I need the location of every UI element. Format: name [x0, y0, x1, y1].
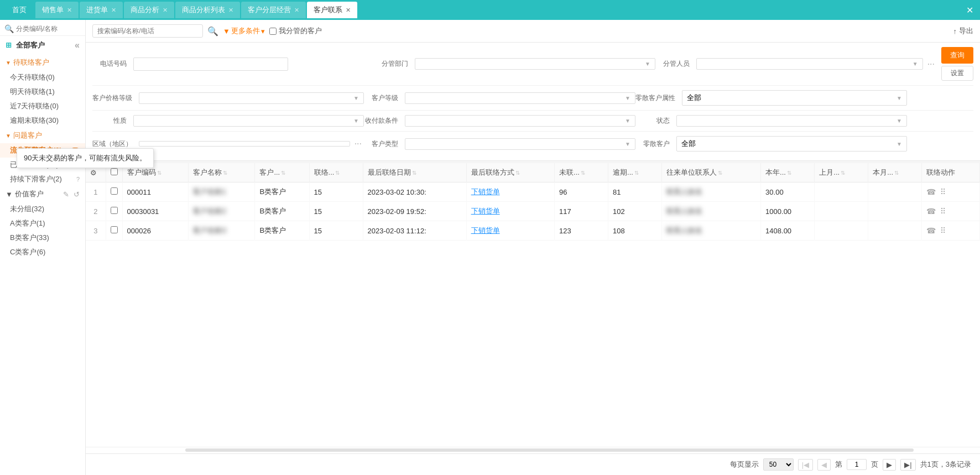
- sort-last-date[interactable]: ⇅: [412, 170, 416, 176]
- tab-sales[interactable]: 销售单 ✕: [35, 2, 79, 18]
- row-last-method-1[interactable]: 下销货单: [466, 202, 554, 221]
- person-select[interactable]: ▼: [696, 58, 923, 70]
- customer-level-select[interactable]: ▼: [405, 92, 635, 104]
- sort-not-contacted[interactable]: ⇅: [581, 170, 585, 176]
- page-first-btn[interactable]: |◀: [798, 459, 813, 471]
- row-last-method-2[interactable]: 下销货单: [466, 221, 554, 241]
- col-this-year[interactable]: 本年...⇅: [761, 163, 815, 182]
- tab-product-analysis[interactable]: 商品分析 ✕: [124, 2, 174, 18]
- horizontal-scrollbar[interactable]: [86, 447, 980, 453]
- sidebar-group-problem[interactable]: ▼ 问题客户: [0, 128, 85, 143]
- page-input[interactable]: [847, 459, 867, 470]
- col-company-contact[interactable]: 往来单位联系人⇅: [661, 163, 760, 182]
- row-checkbox-2[interactable]: [106, 221, 122, 241]
- status-select[interactable]: ▼: [676, 115, 907, 127]
- sort-code[interactable]: ⇅: [157, 170, 161, 176]
- sort-name[interactable]: ⇅: [223, 170, 227, 176]
- person-more-dots[interactable]: ···: [925, 59, 937, 69]
- tab-close-customer-layering[interactable]: ✕: [294, 7, 299, 14]
- search-input[interactable]: [92, 24, 203, 38]
- tab-close-purchase[interactable]: ✕: [111, 7, 116, 14]
- value-group-edit-icon[interactable]: ✎: [63, 190, 69, 199]
- sidebar-all-customers[interactable]: ⊞ 全部客户 «: [0, 36, 85, 55]
- value-group-refresh-icon[interactable]: ↺: [74, 190, 80, 199]
- tab-customer-layering[interactable]: 客户分层经营 ✕: [241, 2, 306, 18]
- sidebar-collapse-btn[interactable]: «: [75, 40, 80, 50]
- sidebar-item-declining[interactable]: 持续下滑客户(2) ?: [0, 172, 85, 186]
- sort-this-year[interactable]: ⇅: [787, 170, 791, 176]
- price-level-select[interactable]: ▼: [139, 92, 364, 104]
- sidebar-item-ungrouped[interactable]: 未分组(32): [0, 202, 85, 216]
- col-contact[interactable]: 联络...⇅: [309, 163, 363, 182]
- row-company-contact-1: 联系人姓名: [661, 202, 760, 221]
- col-type[interactable]: 客户...⇅: [255, 163, 309, 182]
- sidebar-item-tomorrow[interactable]: 明天待联络(1): [0, 85, 85, 99]
- search-button[interactable]: 🔍: [207, 26, 218, 36]
- tab-customer-contact[interactable]: 客户联系 ✕: [307, 2, 357, 18]
- action-contact-icon-1[interactable]: ☎: [926, 207, 936, 216]
- scrollbar-thumb[interactable]: [185, 448, 914, 452]
- select-all-checkbox[interactable]: [111, 168, 118, 175]
- tab-close-customer-contact[interactable]: ✕: [346, 7, 351, 14]
- sidebar-item-today[interactable]: 今天待联络(0): [0, 70, 85, 85]
- region-more-dots[interactable]: ···: [352, 139, 364, 149]
- tab-purchase[interactable]: 进货单 ✕: [80, 2, 123, 18]
- tab-close-product-analysis-list[interactable]: ✕: [228, 7, 233, 14]
- sort-contact[interactable]: ⇅: [335, 170, 340, 176]
- sort-type[interactable]: ⇅: [281, 170, 285, 176]
- more-conditions-button[interactable]: ▼ 更多条件 ▾: [223, 26, 265, 36]
- action-more-icon-0[interactable]: ⠿: [940, 187, 946, 196]
- sort-overdue[interactable]: ⇅: [634, 170, 639, 176]
- row-last-method-0[interactable]: 下销货单: [466, 182, 554, 202]
- page-next-btn[interactable]: ▶: [883, 459, 896, 471]
- payment-select[interactable]: ▼: [405, 115, 635, 127]
- window-close-btn[interactable]: ✕: [966, 5, 973, 15]
- sidebar-search-input[interactable]: [16, 25, 81, 33]
- row-action-0: ☎ ⠿: [922, 182, 980, 202]
- sort-last-month[interactable]: ⇅: [841, 170, 845, 176]
- col-name[interactable]: 客户名称⇅: [189, 163, 255, 182]
- my-customers-checkbox[interactable]: [269, 28, 277, 35]
- zero-retail-select[interactable]: 全部 ▼: [682, 90, 907, 106]
- sidebar-item-overdue[interactable]: 逾期未联络(30): [0, 113, 85, 128]
- sort-this-month[interactable]: ⇅: [894, 170, 899, 176]
- col-this-month[interactable]: 本月...⇅: [868, 163, 922, 182]
- gender-select[interactable]: ▼: [133, 115, 364, 127]
- row-checkbox-0[interactable]: [106, 182, 122, 202]
- col-last-contact-method[interactable]: 最后联络方式⇅: [466, 163, 554, 182]
- tab-product-analysis-list[interactable]: 商品分析列表 ✕: [175, 2, 240, 18]
- action-contact-icon-2[interactable]: ☎: [926, 226, 936, 235]
- action-contact-icon-0[interactable]: ☎: [926, 187, 936, 196]
- query-button[interactable]: 查询: [941, 47, 973, 64]
- row-this-year-2: 1408.00: [761, 221, 815, 241]
- sidebar-item-7days[interactable]: 近7天待联络(0): [0, 99, 85, 113]
- per-page-select[interactable]: 50 20 100: [763, 458, 794, 471]
- help-icon-declining[interactable]: ?: [76, 176, 80, 182]
- tab-home[interactable]: 首页: [4, 2, 34, 18]
- col-not-contacted[interactable]: 未联...⇅: [555, 163, 608, 182]
- action-more-icon-1[interactable]: ⠿: [940, 207, 946, 216]
- sidebar-group-value[interactable]: ▼ 价值客户 ✎ ↺: [0, 186, 85, 202]
- sort-last-method[interactable]: ⇅: [515, 170, 520, 176]
- sidebar-group-pending[interactable]: ▼ 待联络客户: [0, 55, 85, 70]
- col-last-contact-date[interactable]: 最后联络日期⇅: [363, 163, 466, 182]
- zero-customer-select[interactable]: 全部 ▼: [676, 136, 907, 152]
- row-checkbox-1[interactable]: [106, 202, 122, 221]
- customer-type-select[interactable]: ▼: [405, 138, 635, 150]
- settings-button[interactable]: 设置: [941, 66, 973, 81]
- col-overdue[interactable]: 逾期...⇅: [608, 163, 662, 182]
- export-button[interactable]: ↑ 导出: [953, 26, 974, 36]
- page-last-btn[interactable]: ▶|: [900, 459, 915, 471]
- dept-select[interactable]: ▼: [415, 58, 655, 70]
- col-last-month[interactable]: 上月...⇅: [815, 163, 868, 182]
- sort-company-contact[interactable]: ⇅: [718, 170, 722, 176]
- tab-close-sales[interactable]: ✕: [67, 7, 72, 14]
- sidebar-item-c-class[interactable]: C类客户(6): [0, 245, 85, 259]
- region-select[interactable]: [139, 141, 350, 147]
- phone-input[interactable]: [133, 58, 288, 71]
- action-more-icon-2[interactable]: ⠿: [940, 226, 946, 235]
- tab-close-product-analysis[interactable]: ✕: [163, 7, 168, 14]
- sidebar-item-a-class[interactable]: A类客户(1): [0, 216, 85, 231]
- sidebar-item-b-class[interactable]: B类客户(33): [0, 231, 85, 245]
- page-prev-btn[interactable]: ◀: [817, 459, 831, 471]
